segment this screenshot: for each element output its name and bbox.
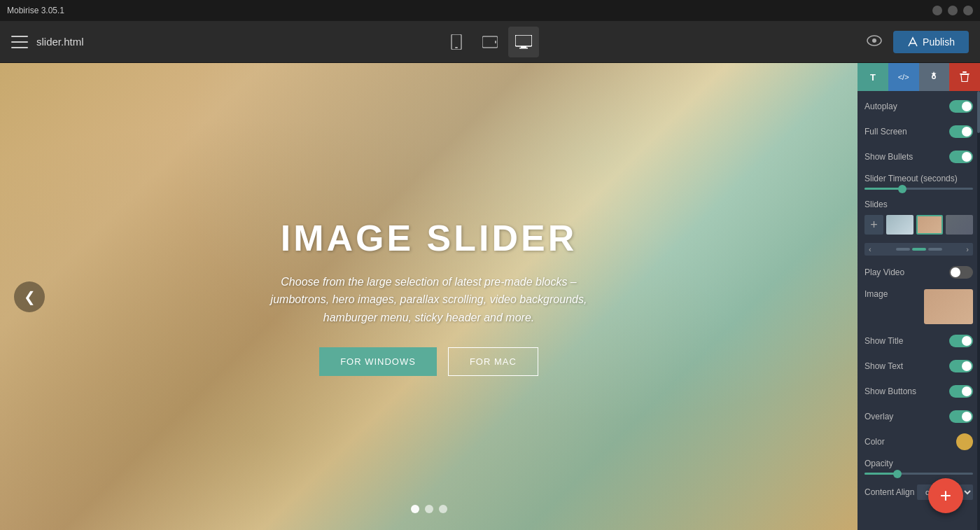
show-buttons-row: Show Buttons bbox=[864, 383, 973, 400]
slider-dots bbox=[411, 505, 447, 513]
show-text-label: Show Text bbox=[864, 361, 903, 371]
fullscreen-row: Full Screen bbox=[864, 123, 973, 140]
slider-text: Choose from the large selection of lates… bbox=[254, 273, 604, 327]
svg-point-8 bbox=[872, 39, 876, 43]
main-area: IMAGE SLIDER Choose from the large selec… bbox=[0, 63, 980, 530]
fullscreen-toggle[interactable] bbox=[949, 125, 973, 138]
slider-buttons: FOR WINDOWS FOR MAC bbox=[254, 347, 604, 376]
autoplay-row: Autoplay bbox=[864, 98, 973, 115]
desktop-device-btn[interactable] bbox=[508, 27, 539, 57]
window-controls bbox=[932, 6, 973, 15]
svg-rect-5 bbox=[521, 46, 526, 48]
autoplay-toggle[interactable] bbox=[949, 100, 973, 113]
opacity-container: Opacity bbox=[864, 459, 973, 475]
slide-thumb-2[interactable] bbox=[916, 215, 944, 235]
slider-content: IMAGE SLIDER Choose from the large selec… bbox=[240, 203, 618, 391]
svg-rect-1 bbox=[455, 47, 458, 48]
overlay-toggle[interactable] bbox=[949, 410, 973, 423]
slides-label: Slides bbox=[864, 200, 973, 209]
show-title-row: Show Title bbox=[864, 333, 973, 349]
svg-rect-6 bbox=[519, 48, 528, 49]
fullscreen-label: Full Screen bbox=[864, 127, 907, 137]
device-selector bbox=[441, 27, 539, 57]
show-text-row: Show Text bbox=[864, 358, 973, 375]
show-bullets-toggle[interactable] bbox=[949, 151, 973, 163]
menu-icon[interactable] bbox=[11, 36, 28, 48]
opacity-track[interactable] bbox=[864, 473, 973, 475]
overlay-row: Overlay bbox=[864, 408, 973, 425]
maximize-btn[interactable] bbox=[948, 6, 958, 15]
show-title-label: Show Title bbox=[864, 336, 903, 346]
slide-nav-dot-3[interactable] bbox=[928, 248, 942, 251]
play-video-label: Play Video bbox=[864, 267, 904, 277]
mac-button[interactable]: FOR MAC bbox=[448, 347, 538, 376]
canvas-area: IMAGE SLIDER Choose from the large selec… bbox=[0, 63, 858, 530]
show-title-toggle[interactable] bbox=[949, 335, 973, 347]
play-video-row: Play Video bbox=[864, 264, 973, 281]
slider-background: IMAGE SLIDER Choose from the large selec… bbox=[0, 63, 858, 530]
slide-nav-bar: ‹ › bbox=[864, 243, 973, 256]
image-row: Image bbox=[864, 289, 973, 324]
image-preview[interactable] bbox=[924, 289, 973, 324]
windows-button[interactable]: FOR WINDOWS bbox=[319, 347, 437, 376]
panel-tab-code[interactable]: </> bbox=[888, 63, 919, 91]
panel-tab-delete[interactable] bbox=[949, 63, 980, 91]
svg-rect-10 bbox=[962, 71, 967, 73]
panel-body[interactable]: Autoplay Full Screen Show Bullets Slider… bbox=[858, 91, 980, 530]
slider-dot-2[interactable] bbox=[425, 505, 433, 513]
filename-label: slider.html bbox=[36, 36, 84, 48]
slide-nav-dots bbox=[872, 248, 967, 251]
slider-timeout-container: Slider Timeout (seconds) bbox=[864, 174, 973, 190]
panel-scrollbar-thumb bbox=[977, 91, 980, 133]
slide-nav-next[interactable]: › bbox=[966, 245, 969, 253]
svg-rect-3 bbox=[495, 41, 496, 43]
show-bullets-row: Show Bullets bbox=[864, 148, 973, 165]
autoplay-label: Autoplay bbox=[864, 102, 897, 111]
slides-section: Slides + bbox=[864, 200, 973, 235]
show-text-toggle[interactable] bbox=[949, 360, 973, 372]
slider-timeout-label: Slider Timeout (seconds) bbox=[864, 174, 973, 183]
fab-add-button[interactable]: + bbox=[928, 478, 963, 513]
show-bullets-label: Show Bullets bbox=[864, 152, 913, 162]
slide-nav-dot-2[interactable] bbox=[912, 248, 926, 251]
color-label: Color bbox=[864, 437, 885, 447]
slider-timeout-track[interactable] bbox=[864, 188, 973, 190]
panel-tab-settings[interactable] bbox=[919, 63, 950, 91]
content-align-label: Content Align bbox=[864, 487, 914, 497]
toolbar-right: Publish bbox=[867, 31, 969, 53]
slider-prev-arrow[interactable]: ❮ bbox=[14, 281, 45, 312]
show-buttons-toggle[interactable] bbox=[949, 385, 973, 398]
slide-thumb-1[interactable] bbox=[886, 215, 913, 235]
opacity-label: Opacity bbox=[864, 459, 973, 468]
slider-dot-1[interactable] bbox=[411, 505, 419, 513]
publish-button[interactable]: Publish bbox=[893, 31, 969, 53]
app-name: Mobirise 3.05.1 bbox=[7, 6, 64, 15]
panel-scrollbar bbox=[977, 91, 980, 530]
slider-title: IMAGE SLIDER bbox=[254, 217, 604, 259]
show-buttons-label: Show Buttons bbox=[864, 386, 916, 396]
color-row: Color bbox=[864, 433, 973, 450]
slides-thumbnails: + bbox=[864, 215, 973, 235]
toolbar: slider.html bbox=[0, 21, 980, 63]
tablet-device-btn[interactable] bbox=[475, 27, 505, 57]
overlay-label: Overlay bbox=[864, 412, 893, 421]
slide-thumb-3[interactable] bbox=[946, 215, 973, 235]
image-label: Image bbox=[864, 289, 888, 299]
panel-tab-text[interactable]: T bbox=[858, 63, 888, 91]
slider-dot-3[interactable] bbox=[439, 505, 447, 513]
add-slide-button[interactable]: + bbox=[864, 215, 883, 235]
panel-tab-bar: T </> bbox=[858, 63, 980, 91]
slide-nav-dot-1[interactable] bbox=[896, 248, 910, 251]
close-btn[interactable] bbox=[963, 6, 973, 15]
mobile-device-btn[interactable] bbox=[441, 27, 472, 57]
preview-icon[interactable] bbox=[867, 34, 882, 50]
title-bar: Mobirise 3.05.1 bbox=[0, 0, 980, 21]
play-video-toggle[interactable] bbox=[949, 266, 973, 279]
minimize-btn[interactable] bbox=[932, 6, 942, 15]
color-swatch[interactable] bbox=[956, 433, 973, 450]
right-panel: T </> Autopla bbox=[858, 63, 980, 530]
svg-rect-4 bbox=[515, 35, 532, 46]
